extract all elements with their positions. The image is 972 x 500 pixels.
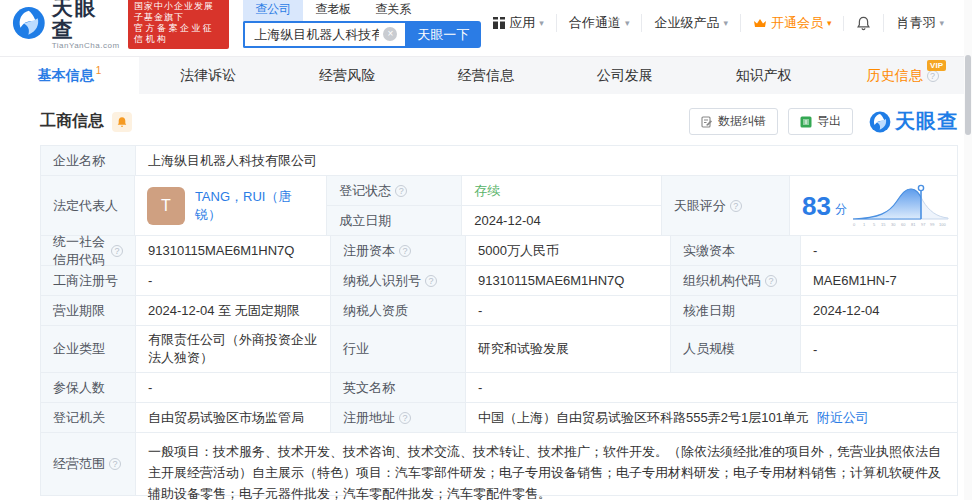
help-icon[interactable]: ? xyxy=(399,245,411,257)
logo-title: 天眼查 xyxy=(52,0,120,41)
registry-authority-value: 自由贸易试验区市场监管局 xyxy=(136,403,331,433)
bell-icon xyxy=(116,116,128,128)
search-input[interactable] xyxy=(243,21,405,48)
tianyancha-company-page: 天眼查 TianYanCha.com 国家中小企业发展子基金旗下 官方备案企业征… xyxy=(0,0,972,500)
paid-capital-label: 实缴资本 xyxy=(671,236,801,266)
staff-size-value: - xyxy=(801,326,958,373)
crown-icon xyxy=(753,18,767,29)
tianyancha-logo[interactable]: 天眼查 TianYanCha.com xyxy=(12,0,120,50)
table-row: 登记机关 自由贸易试验区市场监管局 注册地址 ? 中国（上海）自由贸易试验区环科… xyxy=(41,403,958,433)
established-date-value: 2024-12-04 xyxy=(462,206,662,236)
help-icon[interactable]: ? xyxy=(399,412,411,424)
industry-value: 研究和试验发展 xyxy=(466,326,671,373)
table-row: 统一社会信用代码 ? 91310115MAE6M1HN7Q 注册资本 ? 500… xyxy=(41,236,958,266)
help-icon[interactable]: ? xyxy=(425,275,437,287)
business-term-value: 2024-12-04 至 无固定期限 xyxy=(136,296,331,326)
svg-text:30: 30 xyxy=(891,222,896,227)
monitor-bell-button[interactable] xyxy=(112,112,132,132)
chevron-down-icon: ▾ xyxy=(539,18,544,28)
legal-rep-label: 法定代表人 xyxy=(41,176,135,236)
reg-address-label: 注册地址 ? xyxy=(331,403,466,433)
grid-icon xyxy=(493,17,505,29)
gov-certification-badge: 国家中小企业发展子基金旗下 官方备案企业征信机构 xyxy=(128,0,229,49)
username: 肖青羽 xyxy=(896,14,935,32)
established-date-label: 成立日期 xyxy=(327,206,462,236)
company-name-label: 企业名称 xyxy=(41,146,136,176)
menu-apps[interactable]: 应用 ▾ xyxy=(481,14,556,32)
svg-text:60: 60 xyxy=(901,222,906,227)
business-scope-label: 经营范围 ? xyxy=(41,433,136,496)
svg-text:15: 15 xyxy=(881,222,886,227)
taxpayer-quality-value: - xyxy=(466,296,671,326)
help-icon[interactable]: ? xyxy=(765,275,777,287)
menu-vip-upgrade[interactable]: 开通会员 ▾ xyxy=(740,14,844,32)
insured-count-value: - xyxy=(136,373,331,403)
tab-history-info[interactable]: 历史信息 ? VIP xyxy=(833,57,972,94)
score-value: 83 xyxy=(802,193,831,219)
reg-status-label: 登记状态 ? xyxy=(327,176,462,206)
help-icon[interactable]: ? xyxy=(111,245,123,257)
svg-text:81: 81 xyxy=(911,222,916,227)
chevron-down-icon: ▾ xyxy=(827,18,832,28)
legal-rep-link[interactable]: TANG，RUI（唐锐） xyxy=(195,188,314,224)
reg-capital-label: 注册资本 ? xyxy=(331,236,466,266)
chevron-down-icon: ▾ xyxy=(723,18,728,28)
top-menu: 应用 ▾ 合作通道 ▾ 企业级产品 ▾ 开通会员 ▾ xyxy=(481,14,972,32)
table-row: 参保人数 - 英文名称 - xyxy=(41,373,958,403)
search-button[interactable]: 天眼一下 xyxy=(405,21,481,48)
scrollbar-track[interactable] xyxy=(964,0,972,500)
excel-export-icon xyxy=(800,116,812,128)
search-tab-company[interactable]: 查公司 xyxy=(243,0,303,21)
credit-code-label: 统一社会信用代码 ? xyxy=(41,236,136,266)
business-scope-value: 一般项目：技术服务、技术开发、技术咨询、技术交流、技术转让、技术推广；软件开发。… xyxy=(136,433,958,496)
company-section-tabs: 基本信息 1 法律诉讼 经营风险 经营信息 公司发展 知识产权 历史信息 ? V… xyxy=(0,56,972,94)
taxpayer-id-label: 纳税人识别号 ? xyxy=(331,266,466,296)
tab-company-development[interactable]: 公司发展 xyxy=(555,57,694,94)
menu-cooperation[interactable]: 合作通道 ▾ xyxy=(556,14,642,32)
user-menu[interactable]: 肖青羽 ▾ xyxy=(883,14,956,32)
menu-enterprise-products[interactable]: 企业级产品 ▾ xyxy=(641,14,740,32)
section-header: 工商信息 数据纠错 导出 xyxy=(40,108,958,135)
reg-capital-value: 5000万人民币 xyxy=(466,236,671,266)
bell-icon xyxy=(856,16,871,31)
watermark-logo: 天眼查 xyxy=(869,108,958,135)
reg-address-value: 中国（上海）自由贸易试验区环科路555弄2号1层101单元 xyxy=(478,409,809,427)
help-icon[interactable]: ? xyxy=(927,70,939,82)
search-tab-boss[interactable]: 查老板 xyxy=(303,0,363,21)
help-icon[interactable]: ? xyxy=(109,458,121,470)
logo-subtitle: TianYanCha.com xyxy=(52,41,120,50)
score-distribution-chart: 015 153060 819799 100 xyxy=(851,183,951,229)
help-icon[interactable]: ? xyxy=(730,200,742,212)
svg-text:100: 100 xyxy=(939,222,946,227)
taxpayer-quality-label: 纳税人资质 xyxy=(331,296,466,326)
tab-business-info[interactable]: 经营信息 xyxy=(417,57,556,94)
tab-legal-litigation[interactable]: 法律诉讼 xyxy=(139,57,278,94)
export-button[interactable]: 导出 xyxy=(788,108,853,135)
tab-intellectual-property[interactable]: 知识产权 xyxy=(694,57,833,94)
notifications-button[interactable] xyxy=(843,16,883,31)
legal-rep-avatar[interactable]: T xyxy=(147,187,185,225)
scrollbar-thumb[interactable] xyxy=(965,55,971,135)
table-row: 营业期限 2024-12-04 至 无固定期限 纳税人资质 - 核准日期 202… xyxy=(41,296,958,326)
company-type-label: 企业类型 xyxy=(41,326,136,373)
help-icon[interactable]: ? xyxy=(395,185,407,197)
tab-business-risk[interactable]: 经营风险 xyxy=(278,57,417,94)
data-correction-button[interactable]: 数据纠错 xyxy=(689,108,778,135)
table-row: 工商注册号 - 纳税人识别号 ? 91310115MAE6M1HN7Q 组织机构… xyxy=(41,266,958,296)
credit-code-value: 91310115MAE6M1HN7Q xyxy=(136,236,331,266)
table-row: 企业类型 有限责任公司（外商投资企业法人独资） 行业 研究和试验发展 人员规模 … xyxy=(41,326,958,373)
search-tab-relation[interactable]: 查关系 xyxy=(363,0,423,21)
svg-text:5: 5 xyxy=(873,222,876,227)
org-code-label: 组织机构代码 ? xyxy=(671,266,801,296)
tianyancha-swirl-icon xyxy=(12,6,46,40)
company-type-value: 有限责任公司（外商投资企业法人独资） xyxy=(136,326,331,373)
tab-basic-info[interactable]: 基本信息 1 xyxy=(0,57,139,94)
svg-text:97: 97 xyxy=(921,222,926,227)
table-row: 经营范围 ? 一般项目：技术服务、技术开发、技术咨询、技术交流、技术转让、技术推… xyxy=(41,433,958,496)
chevron-down-icon: ▾ xyxy=(625,18,630,28)
score-cell[interactable]: 83 分 015 153060 xyxy=(790,176,958,236)
nearby-companies-link[interactable]: 附近公司 xyxy=(817,409,869,427)
score-unit: 分 xyxy=(835,201,847,218)
score-label: 天眼评分 ? xyxy=(662,176,790,236)
legal-rep-cell: T TANG，RUI（唐锐） xyxy=(135,176,327,236)
